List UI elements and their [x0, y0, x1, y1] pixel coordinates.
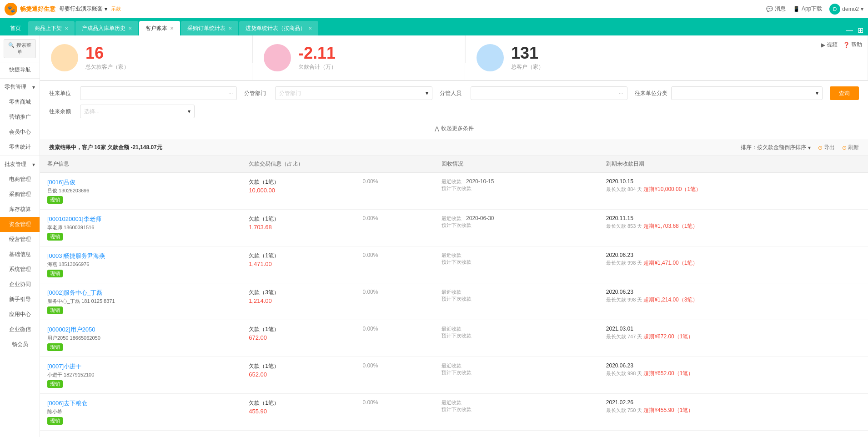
- sidebar-item-retail-mall[interactable]: 零售商城: [0, 95, 40, 110]
- due-date-cell: 2020.06.23 最长欠款 998 天 超期¥652.00（1笔）: [599, 357, 868, 394]
- sidebar-item-inventory[interactable]: 库存核算: [0, 202, 40, 217]
- sidebar-item-purchase-mgmt[interactable]: 采购管理: [0, 187, 40, 202]
- filter-unit-category: 往来单位分类 ▾: [635, 86, 823, 100]
- customer-name-link[interactable]: [0002]服务中心_丁磊: [47, 289, 234, 297]
- collection-cell: 最近收款 预计下次收款: [434, 431, 599, 437]
- sidebar-item-marketing[interactable]: 营销推广: [0, 110, 40, 125]
- search-button[interactable]: 查询: [830, 86, 859, 100]
- last-collection-date: 2020-10-15: [463, 178, 494, 185]
- customer-name-link[interactable]: [0006]去下粮仓: [47, 399, 234, 407]
- last-collection-label: 最近收款: [442, 363, 462, 368]
- customer-name-link[interactable]: [0001020001]李老师: [47, 215, 234, 223]
- nav-link-item[interactable]: 示款: [111, 5, 121, 12]
- help-icon: ❓: [843, 42, 850, 48]
- sidebar-item-ecommerce[interactable]: 电商管理: [0, 172, 40, 187]
- sidebar-item-basic-info[interactable]: 基础信息: [0, 247, 40, 262]
- debt-percent-cell: 0.00%: [351, 431, 434, 437]
- tab-production-close-icon[interactable]: ✕: [128, 26, 132, 31]
- customer-name-link[interactable]: [0003]畅捷服务尹海燕: [47, 252, 234, 260]
- sidebar-item-guide-label: 新手引导: [9, 296, 31, 303]
- total-customers-icon: [477, 44, 504, 71]
- collapse-filters-button[interactable]: ⋀ 收起更多条件: [49, 123, 859, 134]
- tab-customer-account[interactable]: 客户账本 ✕: [139, 21, 180, 35]
- user-menu-button[interactable]: D demo2 ▾: [829, 4, 863, 15]
- tab-stock-stats-close-icon[interactable]: ✕: [308, 26, 312, 31]
- debt-info-cell: 欠款（1笔） 10,000.00: [241, 173, 351, 210]
- overdue-amount-link[interactable]: 超期¥652.00（1笔）: [643, 370, 693, 377]
- sidebar-item-purchase-mgmt-label: 采购管理: [9, 191, 31, 198]
- help-button[interactable]: ❓ 帮助: [843, 41, 862, 49]
- tab-production[interactable]: 产成品入库单历史 ✕: [75, 21, 138, 35]
- sidebar-search-button[interactable]: 🔍 搜索菜单: [4, 39, 36, 58]
- debt-amount: 1,703.68: [249, 224, 344, 231]
- app-download-button[interactable]: 📱 App下载: [793, 5, 822, 13]
- sidebar-item-quick-nav[interactable]: 快捷导航: [0, 62, 40, 77]
- source-unit-input[interactable]: ···: [80, 86, 237, 100]
- tab-stock-stats-label: 进货单统计表（按商品）: [246, 25, 306, 32]
- overdue-amount-link[interactable]: 超期¥10,000.00（1笔）: [643, 186, 701, 192]
- sort-selector[interactable]: 排序：按欠款金额倒序排序 ▾: [741, 144, 811, 151]
- sidebar-item-member-center[interactable]: 会员中心: [0, 125, 40, 140]
- debt-percent-cell: 0.00%: [351, 173, 434, 210]
- sidebar-item-retail-mgmt[interactable]: 零售管理 ▾: [0, 80, 40, 95]
- sidebar-item-retail-stats[interactable]: 零售统计: [0, 140, 40, 155]
- sidebar-item-guide[interactable]: 新手引导: [0, 292, 40, 307]
- video-button[interactable]: ▶ 视频: [821, 41, 838, 49]
- tab-products[interactable]: 商品上下架 ✕: [28, 21, 75, 35]
- table-row: [0006]去下粮仓 陈小希 现销 欠款（1笔） 455.90 0.00% 最近…: [40, 394, 868, 431]
- chevron-down-icon: ▾: [32, 84, 35, 90]
- tab-maximize-icon[interactable]: ⊞: [857, 25, 864, 35]
- tab-stock-stats[interactable]: 进货单统计表（按商品） ✕: [239, 21, 318, 35]
- overdue-amount-link[interactable]: 超期¥455.90（1笔）: [643, 407, 693, 413]
- tab-purchase-stats-close-icon[interactable]: ✕: [228, 26, 232, 31]
- sidebar-item-system[interactable]: 系统管理: [0, 262, 40, 277]
- total-customers-label: 总客户（家）: [511, 63, 544, 71]
- stat-debt-amount: -2.11 欠款合计（万）: [253, 35, 465, 80]
- customer-tag: 现销: [47, 233, 63, 241]
- debt-percent-cell: 0.00%: [351, 210, 434, 246]
- message-button[interactable]: 💬 消息: [766, 5, 786, 13]
- last-collection-label: 最近收款: [442, 252, 462, 258]
- due-date: 2020.11.15: [606, 215, 861, 221]
- sidebar-item-app-center[interactable]: 应用中心: [0, 307, 40, 322]
- sidebar-item-collab[interactable]: 企业协同: [0, 277, 40, 292]
- company-selector[interactable]: 母婴行业演示账套 ▾: [59, 5, 107, 13]
- customer-name-link[interactable]: [0016]吕俊: [47, 178, 234, 186]
- unit-category-select[interactable]: ▾: [671, 86, 823, 100]
- sidebar-item-inventory-label: 库存核算: [9, 206, 31, 213]
- sidebar-item-wholesale-mgmt[interactable]: 批发管理 ▾: [0, 157, 40, 172]
- sort-dropdown-icon: ▾: [808, 145, 811, 151]
- debt-percent-cell: 0.00%: [351, 283, 434, 320]
- overdue-amount-link[interactable]: 超期¥1,214.00（3笔）: [643, 296, 698, 303]
- tab-home[interactable]: 首页: [4, 21, 27, 35]
- svg-rect-3: [484, 62, 497, 64]
- customer-name-link[interactable]: [000002]用户2050: [47, 326, 234, 334]
- overdue-amount-link[interactable]: 超期¥1,703.68（1笔）: [643, 223, 698, 229]
- customer-info-cell: [0007]小进干 小进干 18279152100 现销: [40, 357, 241, 394]
- col-collection: 回收情况: [434, 156, 599, 173]
- sidebar-item-chang-member[interactable]: 畅会员: [0, 337, 40, 352]
- refresh-button[interactable]: ⊙ 刷新: [842, 144, 859, 151]
- data-table-container: 客户信息 欠款交易信息（占比） 回收情况 到期未收款日期 [0016]吕俊 吕俊…: [40, 156, 868, 437]
- tab-products-close-icon[interactable]: ✕: [65, 26, 68, 31]
- filter-person-label: 分管人员: [440, 90, 467, 97]
- export-button[interactable]: ⊙ 导出: [818, 144, 835, 151]
- debt-percent-cell: 0.00%: [351, 320, 434, 357]
- debt-count: 欠款（1笔）: [249, 216, 279, 222]
- person-input[interactable]: ···: [471, 86, 627, 100]
- sidebar-item-finance[interactable]: 资金管理: [0, 217, 40, 232]
- customer-tag: 现销: [47, 306, 63, 314]
- tab-purchase-stats[interactable]: 采购订单统计表 ✕: [181, 21, 238, 35]
- tab-customer-account-close-icon[interactable]: ✕: [170, 26, 174, 31]
- balance-select[interactable]: 选择... ▾: [80, 105, 195, 118]
- export-icon: ⊙: [818, 145, 823, 151]
- overdue-amount-link[interactable]: 超期¥672.00（1笔）: [643, 333, 693, 340]
- filter-dept-label: 分管部门: [244, 90, 271, 97]
- customer-info-cell: [000001]黄思源 黄思源 13552700226 现销: [40, 431, 241, 437]
- sidebar-item-enterprise-wechat[interactable]: 企业微信: [0, 322, 40, 337]
- overdue-amount-link[interactable]: 超期¥1,471.00（1笔）: [643, 260, 698, 266]
- dept-select[interactable]: 分管部门 ▾: [275, 86, 432, 100]
- customer-name-link[interactable]: [0007]小进干: [47, 362, 234, 371]
- sidebar-item-operations[interactable]: 经营管理: [0, 232, 40, 247]
- tab-minimize-icon[interactable]: —: [845, 25, 854, 35]
